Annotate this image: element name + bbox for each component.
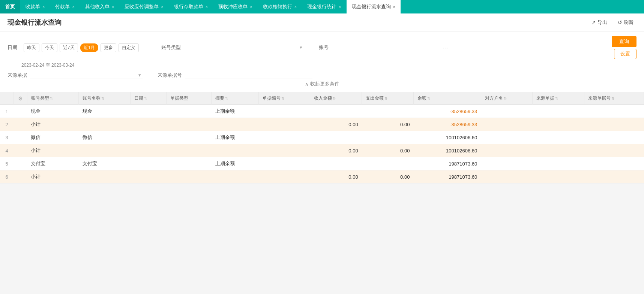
- row-gear-cell: [14, 118, 27, 131]
- date-option-近7天[interactable]: 近7天: [60, 43, 78, 52]
- row-gear-cell: [14, 170, 27, 184]
- settings-button[interactable]: 设置: [614, 49, 636, 59]
- query-button[interactable]: 查询: [612, 36, 636, 47]
- cell-account_type: 现金: [27, 105, 79, 118]
- close-tab-icon[interactable]: ×: [393, 0, 395, 13]
- row-number: 6: [0, 170, 14, 184]
- cell-date: [130, 157, 166, 170]
- cell-source_doc: [533, 131, 584, 144]
- cell-account_name: [79, 170, 131, 184]
- nav-tab-现金银行流水查询[interactable]: 现金银行流水查询×: [347, 0, 401, 13]
- col-account_type[interactable]: 账号类型⇅: [27, 92, 79, 105]
- account-type-select[interactable]: ▾: [184, 44, 304, 51]
- cell-date: [130, 144, 166, 157]
- nav-home[interactable]: 首页: [0, 0, 20, 13]
- col-num: [0, 92, 14, 105]
- nav-tab-其他收入单[interactable]: 其他收入单×: [80, 0, 119, 13]
- cell-summary: [212, 144, 259, 157]
- col-summary[interactable]: 摘要⇅: [212, 92, 259, 105]
- filter-row-2: 来源单据 ▾ 来源单据号: [8, 72, 636, 79]
- cell-source_doc: [533, 118, 584, 131]
- nav-tab-收款核销执行[interactable]: 收款核销执行×: [258, 0, 302, 13]
- cell-source_doc: [533, 144, 584, 157]
- account-input[interactable]: [335, 44, 440, 51]
- close-tab-icon[interactable]: ×: [250, 0, 252, 13]
- col-expense[interactable]: 支出金额⇅: [362, 92, 414, 105]
- date-option-昨天[interactable]: 昨天: [24, 43, 39, 52]
- refresh-button[interactable]: ↺ 刷新: [615, 18, 636, 27]
- close-tab-icon[interactable]: ×: [42, 0, 45, 13]
- cell-doc_type: [166, 105, 211, 118]
- col-source_doc_no[interactable]: 来源单据号⇅: [584, 92, 644, 105]
- nav-tab-付款单[interactable]: 付款单×: [50, 0, 80, 13]
- date-option-今天[interactable]: 今天: [42, 43, 57, 52]
- nav-tab-现金银行统计[interactable]: 现金银行统计×: [302, 0, 346, 13]
- row-gear-cell: [14, 131, 27, 144]
- nav-tab-收款单[interactable]: 收款单×: [20, 0, 50, 13]
- source-doc-no-label: 来源单据号: [158, 72, 182, 79]
- cell-balance: -3528659.33: [413, 118, 481, 131]
- sort-icon: ⇅: [384, 96, 387, 100]
- gear-icon[interactable]: ⚙: [18, 96, 23, 101]
- data-table: ⚙账号类型⇅账号名称⇅日期⇅单据类型摘要⇅单据编号⇅收入金额⇅支出金额⇅余额⇅对…: [0, 92, 644, 184]
- cell-doc_type: [166, 157, 211, 170]
- cell-source_doc_no: [584, 144, 644, 157]
- cell-account_name: 现金: [79, 105, 131, 118]
- cell-doc_no: [258, 105, 310, 118]
- col-income[interactable]: 收入金额⇅: [310, 92, 362, 105]
- cell-counterpart: [481, 118, 533, 131]
- more-dots-icon[interactable]: ···: [443, 45, 449, 51]
- sort-icon: ⇅: [504, 96, 507, 100]
- date-range-display: 2023-02-24 至 2023-03-24: [21, 63, 74, 68]
- cell-account_type: 支付宝: [27, 157, 79, 170]
- cell-date: [130, 105, 166, 118]
- chevron-down-icon-2: ▾: [138, 72, 141, 78]
- nav-tab-应收应付调整单[interactable]: 应收应付调整单×: [119, 0, 168, 13]
- nav-tab-预收冲应收单[interactable]: 预收冲应收单×: [213, 0, 257, 13]
- cell-counterpart: [481, 105, 533, 118]
- col-account_name[interactable]: 账号名称⇅: [79, 92, 131, 105]
- source-doc-label: 来源单据: [8, 72, 27, 79]
- cell-account_type: 小计: [27, 144, 79, 157]
- date-option-近1月[interactable]: 近1月: [80, 43, 99, 52]
- source-doc-no-input[interactable]: [185, 72, 312, 79]
- col-balance[interactable]: 余额⇅: [413, 92, 481, 105]
- export-button[interactable]: ↗ 导出: [588, 18, 610, 27]
- date-filter: 日期 昨天今天近7天近1月更多自定义: [8, 43, 139, 52]
- close-tab-icon[interactable]: ×: [339, 0, 341, 13]
- cell-date: [130, 118, 166, 131]
- cell-doc_type: [166, 170, 211, 184]
- cell-expense: [362, 131, 414, 144]
- close-tab-icon[interactable]: ×: [112, 0, 114, 13]
- collapse-bar[interactable]: ∧ 收起更多条件: [8, 79, 636, 87]
- refresh-icon: ↺: [618, 19, 622, 25]
- cell-date: [130, 131, 166, 144]
- col-doc_no[interactable]: 单据编号⇅: [258, 92, 310, 105]
- row-number: 4: [0, 144, 14, 157]
- cell-account_name: 支付宝: [79, 157, 131, 170]
- cell-summary: [212, 118, 259, 131]
- nav-tab-银行存取款单[interactable]: 银行存取款单×: [169, 0, 213, 13]
- date-option-自定义[interactable]: 自定义: [119, 43, 139, 52]
- close-tab-icon[interactable]: ×: [294, 0, 297, 13]
- table-row: 3微信微信上期余额100102606.60: [0, 131, 644, 144]
- sort-icon: ⇅: [333, 96, 336, 100]
- cell-account_type: 小计: [27, 118, 79, 131]
- filter-area: 日期 昨天今天近7天近1月更多自定义 账号类型 ▾ 账号 ··· 查询 设置 2…: [0, 31, 644, 92]
- close-tab-icon[interactable]: ×: [206, 0, 208, 13]
- top-nav: 首页 收款单×付款单×其他收入单×应收应付调整单×银行存取款单×预收冲应收单×收…: [0, 0, 644, 13]
- cell-expense: 0.00: [362, 144, 414, 157]
- close-tab-icon[interactable]: ×: [72, 0, 74, 13]
- cell-doc_no: [258, 170, 310, 184]
- col-gear: ⚙: [14, 92, 27, 105]
- date-option-更多[interactable]: 更多: [101, 43, 116, 52]
- source-doc-select[interactable]: ▾: [30, 72, 143, 79]
- col-source_doc[interactable]: 来源单据⇅: [533, 92, 584, 105]
- cell-balance: 100102606.60: [413, 131, 481, 144]
- cell-income: 0.00: [310, 170, 362, 184]
- col-date[interactable]: 日期⇅: [130, 92, 166, 105]
- close-tab-icon[interactable]: ×: [161, 0, 163, 13]
- col-counterpart[interactable]: 对方户名⇅: [481, 92, 533, 105]
- page-header: 现金银行流水查询 ↗ 导出 ↺ 刷新: [0, 13, 644, 31]
- cell-doc_type: [166, 118, 211, 131]
